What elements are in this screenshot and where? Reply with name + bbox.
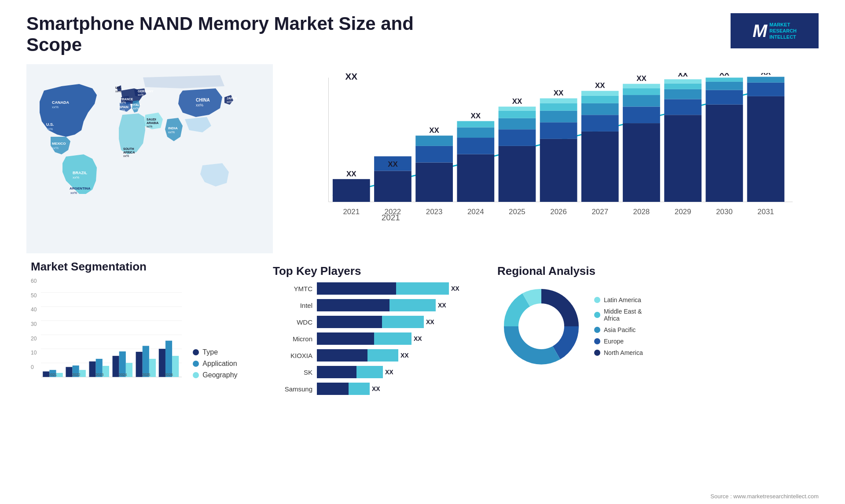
- svg-rect-48: [415, 135, 453, 146]
- svg-text:FRANCE: FRANCE: [120, 98, 133, 101]
- svg-rect-82: [623, 84, 660, 88]
- svg-text:2028: 2028: [633, 208, 650, 216]
- svg-text:xx%: xx%: [52, 146, 59, 150]
- svg-text:SOUTH: SOUTH: [123, 147, 134, 150]
- svg-text:JAPAN: JAPAN: [227, 97, 237, 100]
- svg-text:INDIA: INDIA: [168, 126, 178, 130]
- svg-text:GERMANY: GERMANY: [138, 90, 154, 93]
- svg-text:2021: 2021: [49, 373, 57, 377]
- svg-text:xx%: xx%: [147, 125, 152, 128]
- svg-text:U.S.: U.S.: [46, 122, 54, 127]
- svg-rect-99: [747, 83, 785, 96]
- svg-rect-80: [623, 95, 660, 106]
- svg-text:xx%: xx%: [115, 90, 121, 93]
- key-players-section: Top Key Players YMTC XX Intel: [264, 260, 484, 404]
- svg-text:2027: 2027: [592, 208, 608, 216]
- page-title: Smartphone NAND Memory Market Size and S…: [26, 13, 422, 55]
- logo-area: M MARKET RESEARCH INTELLECT: [731, 13, 819, 48]
- player-row-kioxia: KIOXIA XX: [273, 349, 475, 362]
- svg-rect-61: [499, 106, 536, 110]
- svg-rect-57: [499, 146, 536, 202]
- svg-rect-67: [540, 103, 577, 111]
- svg-text:XX: XX: [595, 81, 605, 90]
- players-title: Top Key Players: [273, 264, 475, 278]
- svg-text:XX: XX: [678, 73, 688, 78]
- svg-rect-112: [56, 373, 63, 377]
- svg-text:xx%: xx%: [120, 101, 126, 104]
- svg-rect-79: [623, 106, 660, 123]
- svg-text:xx%: xx%: [227, 100, 232, 103]
- svg-text:2024: 2024: [119, 373, 127, 377]
- svg-rect-52: [457, 138, 494, 154]
- svg-text:2021: 2021: [343, 208, 360, 216]
- svg-text:BRAZIL: BRAZIL: [73, 171, 87, 175]
- svg-text:xx%: xx%: [73, 175, 79, 179]
- logo-letter: M: [753, 21, 767, 41]
- svg-rect-71: [581, 131, 619, 202]
- svg-text:XX: XX: [429, 126, 439, 135]
- svg-rect-47: [415, 146, 453, 163]
- svg-text:ARGENTINA: ARGENTINA: [70, 186, 91, 190]
- player-row-wdc: WDC XX: [273, 316, 475, 328]
- svg-text:ITALY: ITALY: [133, 103, 141, 106]
- svg-text:MEXICO: MEXICO: [52, 142, 66, 146]
- svg-text:xx%: xx%: [70, 191, 77, 195]
- svg-text:AFRICA: AFRICA: [123, 151, 135, 154]
- source-text: Source : www.marketresearchintellect.com: [710, 493, 819, 500]
- player-row-ymtc: YMTC XX: [273, 282, 475, 295]
- svg-text:2022: 2022: [385, 208, 401, 216]
- svg-text:2026: 2026: [550, 208, 567, 216]
- svg-rect-94: [705, 82, 743, 90]
- bar-chart-svg: XX 2021 XX 2021 XX 2022 XX 2023: [304, 73, 801, 231]
- svg-text:xx%: xx%: [46, 127, 53, 131]
- svg-rect-114: [66, 367, 73, 377]
- svg-rect-60: [499, 111, 536, 118]
- geography-dot: [193, 372, 199, 378]
- svg-text:xx%: xx%: [168, 130, 175, 134]
- svg-rect-39: [333, 179, 370, 202]
- player-row-samsung: Samsung XX: [273, 383, 475, 395]
- svg-text:2024: 2024: [467, 208, 484, 216]
- application-dot: [193, 361, 199, 367]
- svg-rect-122: [113, 356, 119, 377]
- regional-title: Regional Analysis: [497, 264, 810, 278]
- segmentation-title: Market Segmentation: [31, 260, 255, 274]
- svg-rect-75: [581, 91, 619, 96]
- svg-rect-132: [172, 356, 179, 377]
- svg-rect-64: [540, 139, 577, 202]
- legend-north-america: North America: [594, 349, 643, 356]
- svg-text:xx%: xx%: [196, 103, 203, 107]
- svg-text:2030: 2030: [716, 208, 733, 216]
- svg-rect-53: [457, 128, 494, 138]
- svg-rect-74: [581, 96, 619, 103]
- segmentation-legend: Type Application Geography: [193, 348, 237, 379]
- svg-rect-118: [89, 362, 96, 377]
- page-container: Smartphone NAND Memory Market Size and S…: [0, 0, 845, 504]
- map-section: CANADA xx% U.S. xx% MEXICO xx% BRAZIL xx…: [26, 64, 273, 253]
- svg-rect-58: [499, 129, 536, 146]
- svg-rect-54: [457, 121, 494, 127]
- svg-text:2022: 2022: [72, 373, 81, 377]
- svg-rect-51: [457, 154, 494, 202]
- svg-rect-87: [664, 89, 702, 99]
- svg-text:ARABIA: ARABIA: [147, 121, 158, 124]
- svg-text:2026: 2026: [165, 373, 173, 377]
- svg-text:CHINA: CHINA: [196, 98, 210, 102]
- svg-text:xx%: xx%: [138, 93, 143, 96]
- svg-text:CANADA: CANADA: [52, 100, 69, 105]
- svg-text:XX: XX: [512, 97, 522, 106]
- bar-chart-section: XX 2021 XX 2021 XX 2022 XX 2023: [282, 64, 819, 253]
- svg-text:XX: XX: [345, 73, 357, 81]
- svg-text:2025: 2025: [142, 373, 151, 377]
- svg-rect-81: [623, 88, 660, 95]
- logo-text: MARKET RESEARCH INTELLECT: [769, 22, 797, 40]
- svg-rect-42: [374, 171, 411, 202]
- svg-text:2029: 2029: [675, 208, 691, 216]
- donut-chart-svg: [497, 282, 585, 370]
- svg-text:xx%: xx%: [119, 109, 125, 112]
- svg-rect-131: [165, 341, 172, 377]
- svg-rect-95: [705, 78, 743, 82]
- svg-rect-66: [540, 111, 577, 122]
- svg-text:2025: 2025: [509, 208, 525, 216]
- legend-application: Application: [193, 360, 237, 368]
